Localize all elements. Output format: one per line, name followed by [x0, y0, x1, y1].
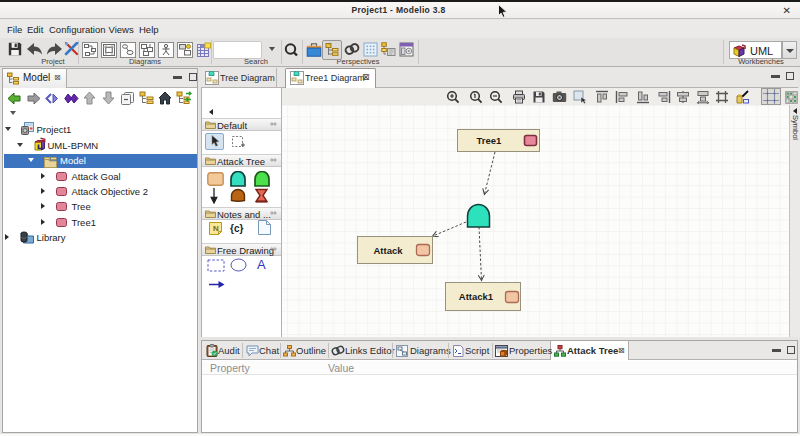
svg-text:Attack: Attack: [373, 245, 403, 256]
svg-text:Tree1: Tree1: [477, 135, 503, 146]
svg-text:N: N: [213, 224, 219, 233]
svg-text:Attack1: Attack1: [459, 291, 494, 302]
